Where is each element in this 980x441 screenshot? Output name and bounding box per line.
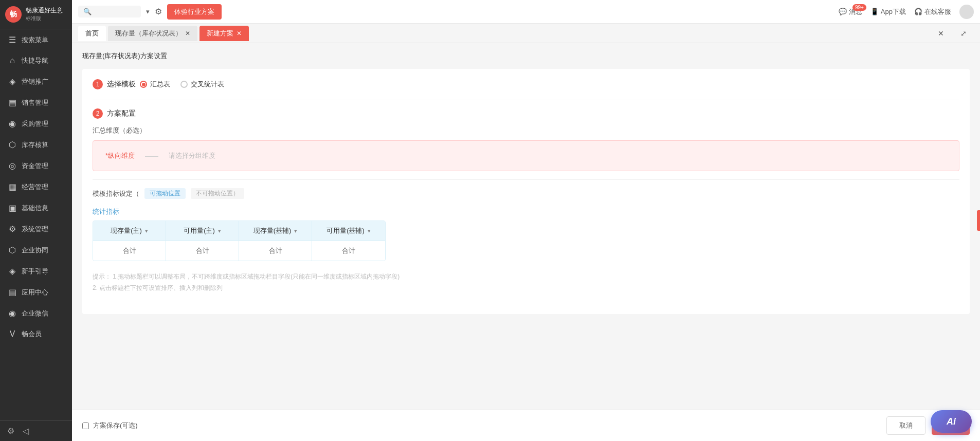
cancel-button[interactable]: 取消 (886, 416, 925, 435)
message-btn[interactable]: 💬 消息 99+ (839, 7, 862, 16)
th-col1[interactable]: 现存量(主) ▾ (93, 221, 166, 241)
expand-btn[interactable]: ⤢ (953, 24, 974, 43)
td-row1-col4: 合计 (312, 241, 385, 261)
step1-section: 1 选择模板 汇总表 交叉统计表 (93, 79, 959, 89)
search-icon: 🔍 (83, 8, 92, 15)
step2-section: 2 方案配置 汇总维度（必选） *纵向维度 —— 请选择分组维度 模板指标设定（… (93, 108, 959, 293)
td-row1-col3: 合计 (239, 241, 312, 261)
sidebar-item-wechat[interactable]: ◉ 企业微信 (0, 303, 72, 324)
trial-btn[interactable]: 体验行业方案 (167, 4, 222, 20)
dimension-label: 汇总维度（必选） (93, 126, 959, 135)
sidebar-item-label: 经营管理 (22, 182, 48, 192)
sidebar-item-basic-info[interactable]: ▣ 基础信息 (0, 197, 72, 218)
dash-separator: —— (145, 152, 158, 160)
sidebar-item-label: 新手引导 (22, 267, 48, 276)
sidebar-item-label: 采购管理 (22, 119, 48, 128)
ai-bubble[interactable]: Ai (931, 410, 972, 433)
operation-icon: ▦ (7, 182, 17, 192)
step2-num: 2 (93, 108, 103, 119)
th-col4[interactable]: 可用量(基辅) ▾ (312, 221, 385, 241)
th-col3-chevron: ▾ (294, 228, 297, 234)
sidebar-item-label: 资金管理 (22, 161, 48, 171)
th-col4-chevron: ▾ (368, 228, 371, 234)
sidebar-nav: ☰ 搜索菜单 ⌂ 快捷导航 ◈ 营销推广 ▤ 销售管理 ◉ 采购管理 ⬡ 库存核… (0, 29, 72, 420)
close-btn[interactable]: ✕ (931, 24, 951, 43)
sidebar-item-operation[interactable]: ▦ 经营管理 (0, 176, 72, 197)
draggable-tag: 可拖动位置 (144, 188, 186, 199)
tab-home[interactable]: 首页 (78, 26, 106, 41)
sidebar-item-label: 企业协同 (22, 246, 48, 255)
tab-new-plan[interactable]: 新建方案 ✕ (199, 26, 249, 41)
warning-box: *纵向维度 —— 请选择分组维度 (93, 140, 959, 171)
step2-label: 方案配置 (107, 109, 136, 118)
td-row1-col2: 合计 (166, 241, 239, 261)
not-draggable-tag: 不可拖动位置） (191, 188, 244, 199)
avatar[interactable] (959, 5, 974, 19)
sidebar-item-marketing[interactable]: ◈ 营销推广 (0, 71, 72, 92)
vip-icon: V (7, 329, 17, 339)
content-area: 现存量(库存状况表)方案设置 1 选择模板 汇总表 交叉统计表 (72, 43, 980, 410)
footer-left: 方案保存(可选) (82, 421, 138, 430)
tips-label: 提示： 1.拖动标题栏可以调整布局，不可跨维度或指标区域拖动栏目字段(只能在同一… (93, 271, 959, 283)
sidebar-item-search-menu[interactable]: ☰ 搜索菜单 (0, 29, 72, 50)
online-service-label: 在线客服 (924, 7, 951, 16)
guide-icon: ◈ (7, 266, 17, 276)
sidebar-item-new-guide[interactable]: ◈ 新手引导 (0, 261, 72, 282)
search-box[interactable]: 🔍 (78, 6, 141, 17)
tab-inventory-status[interactable]: 现存量（库存状况表） ✕ (108, 26, 197, 41)
sidebar-item-label: 基础信息 (22, 204, 48, 213)
resize-handle[interactable] (977, 210, 980, 231)
phone-icon: 📱 (870, 8, 879, 15)
app-logo: 畅 畅康通好生意 标准版 (0, 0, 72, 29)
sidebar-item-inventory[interactable]: ⬡ 库存核算 (0, 134, 72, 155)
tip2: 2. 点击标题栏下拉可设置排序、插入列和删除列 (93, 283, 223, 294)
radio-summary-label: 汇总表 (150, 80, 170, 89)
required-label: *纵向维度 (105, 151, 135, 160)
sidebar-item-vip[interactable]: V 畅会员 (0, 324, 72, 344)
sidebar-item-label: 应用中心 (22, 288, 48, 297)
gift-icon: ◈ (7, 77, 17, 86)
window-controls: ✕ ⤢ (931, 24, 974, 43)
th-col3[interactable]: 现存量(基辅) ▾ (239, 221, 312, 241)
footer: 方案保存(可选) 取消 查询 (72, 410, 980, 441)
th-col3-label: 现存量(基辅) (253, 226, 292, 235)
app-download-btn[interactable]: 📱 App下载 (870, 7, 906, 16)
sidebar-item-enterprise[interactable]: ⬡ 企业协同 (0, 240, 72, 261)
radio-summary[interactable]: 汇总表 (140, 80, 170, 89)
tab-inventory-close[interactable]: ✕ (185, 30, 190, 37)
th-col2-chevron: ▾ (218, 228, 221, 234)
divider1 (93, 100, 959, 100)
indicator-settings-label: 模板指标设定（ (93, 189, 139, 198)
tab-new-plan-label: 新建方案 (207, 29, 233, 38)
tab-new-plan-close[interactable]: ✕ (237, 30, 242, 37)
settings-icon[interactable]: ⚙ (7, 426, 14, 436)
sidebar-item-quick-nav[interactable]: ⌂ 快捷导航 (0, 50, 72, 71)
sidebar-item-app-center[interactable]: ▤ 应用中心 (0, 282, 72, 303)
th-col2[interactable]: 可用量(主) ▾ (166, 221, 239, 241)
sidebar-item-system[interactable]: ⚙ 系统管理 (0, 218, 72, 240)
audio-icon[interactable]: ◁ (23, 426, 29, 436)
sidebar-item-purchase[interactable]: ◉ 采购管理 (0, 113, 72, 134)
stats-table: 现存量(主) ▾ 可用量(主) ▾ 现存量(基辅) ▾ (93, 220, 386, 261)
sidebar-item-sales[interactable]: ▤ 销售管理 (0, 92, 72, 113)
topbar-right: 💬 消息 99+ 📱 App下载 🎧 在线客服 (839, 5, 974, 19)
search-input[interactable] (95, 8, 136, 15)
radio-cross[interactable]: 交叉统计表 (180, 80, 224, 89)
finance-icon: ◎ (7, 161, 17, 171)
main-container: 🔍 ▾ ⚙ 体验行业方案 💬 消息 99+ 📱 App下载 🎧 在线客服 (72, 0, 980, 441)
inventory-icon: ⬡ (7, 140, 17, 150)
online-service-btn[interactable]: 🎧 在线客服 (914, 7, 951, 16)
sidebar-item-label: 库存核算 (22, 140, 48, 150)
radio-summary-circle (140, 81, 147, 88)
save-checkbox[interactable] (82, 422, 89, 429)
message-badge: 99+ (852, 4, 866, 11)
dimension-placeholder: 请选择分组维度 (169, 151, 215, 160)
app-center-icon: ▤ (7, 287, 17, 297)
gear-icon[interactable]: ⚙ (155, 7, 162, 16)
save-label: 方案保存(可选) (93, 421, 138, 430)
dropdown-icon[interactable]: ▾ (146, 8, 150, 15)
tips: 提示： 1.拖动标题栏可以调整布局，不可跨维度或指标区域拖动栏目字段(只能在同一… (93, 271, 959, 293)
logo-icon: 畅 (5, 6, 22, 23)
sidebar-item-finance[interactable]: ◎ 资金管理 (0, 155, 72, 176)
home-icon: ⌂ (7, 56, 17, 65)
